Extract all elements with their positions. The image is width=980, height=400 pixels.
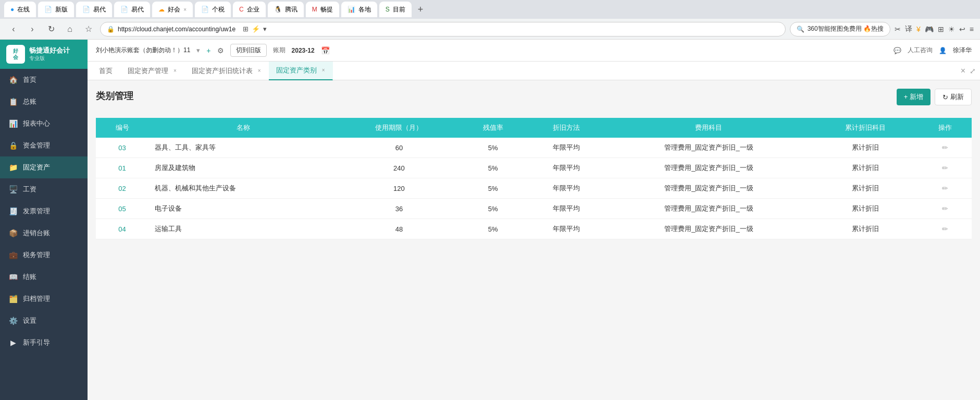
cell-action-4[interactable]: ✏ [919,219,972,239]
boost-icon[interactable]: ⚡ [252,25,260,33]
home-button[interactable]: ⌂ [63,22,77,37]
cell-code-3[interactable]: 05 [96,199,148,219]
sidebar-item-tax[interactable]: 💼 税务管理 [0,244,88,266]
sidebar-item-fund[interactable]: 🔒 资金管理 [0,135,88,156]
sidebar-item-zhangzhang-label: 总账 [23,97,36,106]
translate-icon[interactable]: 译 [905,25,912,34]
tab-home[interactable]: 首页 [92,62,120,80]
tab-asset-category[interactable]: 固定资产类别 × [269,62,333,80]
tab-asset-category-label: 固定资产类别 [276,66,317,75]
username-display[interactable]: 徐泽华 [953,46,972,55]
browser-tab-qiye[interactable]: C 企业 [233,2,266,17]
menu-icon[interactable]: ≡ [970,25,974,33]
browser-tab-xinban[interactable]: 📄 新版 [38,2,74,17]
edit-icon-2[interactable]: ✏ [942,184,948,192]
game-icon[interactable]: 🎮 [925,25,934,33]
fund-icon: 🔒 [8,141,18,150]
edit-icon-4[interactable]: ✏ [942,225,948,233]
table-row: 03 器具、工具、家具等 60 5% 年限平均 管理费用_固定资产折旧_一级 累… [96,138,972,158]
tab-depreciation-table-close[interactable]: × [258,68,261,74]
cell-code-0[interactable]: 03 [96,138,148,158]
search-icon: 🔍 [797,26,804,33]
cut-icon[interactable]: ✂ [895,25,901,33]
sidebar-item-report-label: 报表中心 [23,119,50,128]
browser-tab-changte[interactable]: M 畅提 [306,2,339,17]
table-row: 01 房屋及建筑物 240 5% 年限平均 管理费用_固定资产折旧_一级 累计折… [96,158,972,178]
cell-name-4: 运输工具 [148,219,338,239]
cell-code-1[interactable]: 01 [96,158,148,178]
sidebar-item-settings[interactable]: ⚙️ 设置 [0,310,88,332]
sidebar-item-zhangzhang[interactable]: 📋 总账 [0,91,88,113]
cell-action-3[interactable]: ✏ [919,199,972,219]
browser-tab-yidai1[interactable]: 📄 易代 [76,2,112,17]
tab-fixed-asset-mgmt[interactable]: 固定资产管理 × [120,62,184,80]
sidebar-item-report[interactable]: 📊 报表中心 [0,113,88,135]
edit-icon-0[interactable]: ✏ [942,143,948,152]
browser-tab-zaixian[interactable]: ● 在线 [4,2,36,17]
maximize-icon[interactable]: ⤢ [970,67,976,75]
settings-gear-icon[interactable]: ⚙ [217,46,224,55]
cell-code-4[interactable]: 04 [96,219,148,239]
add-account-btn[interactable]: + [206,46,210,55]
sidebar-item-home-label: 首页 [23,75,36,84]
bookmark-button[interactable]: ☆ [81,22,96,37]
sidebar-item-invoice-label: 发票管理 [23,207,50,216]
sidebar-item-guide[interactable]: ▶ 新手引导 [0,332,88,354]
url-text: https://cloud.chanjet.com/accounting/uw1… [118,26,235,33]
browser-tab-yidai2[interactable]: 📄 易代 [114,2,150,17]
sidebar-item-tax-label: 税务管理 [23,250,50,260]
sidebar-item-salary[interactable]: 🖥️ 工资 [0,178,88,200]
forward-button[interactable]: › [25,22,40,37]
sidebar-item-archive[interactable]: 🗂️ 归档管理 [0,288,88,310]
tab-depreciation-table[interactable]: 固定资产折旧统计表 × [184,62,269,80]
switch-to-old-btn[interactable]: 切到旧版 [230,44,267,57]
edit-icon-3[interactable]: ✏ [942,204,948,213]
browser-tab-close[interactable]: × [183,7,187,13]
cell-action-2[interactable]: ✏ [919,178,972,199]
browser-tab-haohui[interactable]: ☁ 好会 × [152,2,193,17]
tab-fixed-asset-mgmt-label: 固定资产管理 [128,66,168,76]
sidebar-item-invoice[interactable]: 🧾 发票管理 [0,200,88,222]
sidebar-item-purchase[interactable]: 📦 进销台账 [0,222,88,244]
coin-icon[interactable]: ¥ [916,25,921,33]
calendar-icon[interactable]: 📅 [321,46,330,55]
dropdown-arrow[interactable]: ▾ [196,46,200,54]
browser-tab-gedi[interactable]: 📊 各地 [341,2,377,17]
browser-tab-muqian[interactable]: S 目前 [379,2,412,17]
table-header-row: 编号 名称 使用期限（月） 残值率 折旧方法 费用科目 累计折旧科目 操作 [96,118,972,138]
sidebar-item-home[interactable]: 🏠 首页 [0,69,88,91]
site-settings-icon[interactable]: ⊞ [243,25,249,33]
address-bar[interactable]: 🔒 https://cloud.chanjet.com/accounting/u… [100,22,786,37]
reload-button[interactable]: ↻ [44,22,58,37]
tab-fixed-asset-mgmt-close[interactable]: × [173,68,177,74]
sun-icon[interactable]: ☀ [948,25,955,33]
sidebar-item-archive-label: 归档管理 [23,294,50,304]
sidebar-item-settle-label: 结账 [23,272,36,282]
close-all-tabs-icon[interactable]: × [961,66,965,76]
new-tab-btn[interactable]: + [418,4,424,15]
report-icon: 📊 [8,119,18,128]
browser-tab-tengxun[interactable]: 🐧 腾讯 [268,2,304,17]
dropdown-icon[interactable]: ▾ [263,25,267,33]
sidebar-item-fixed-assets[interactable]: 📁 固定资产 [0,156,88,178]
title-actions-row: 类别管理 + 新增 ↻ 刷新 [96,89,972,112]
sidebar-item-settle[interactable]: 📖 结账 [0,266,88,288]
refresh-button[interactable]: ↻ 刷新 [935,89,972,105]
archive-icon: 🗂️ [8,294,18,304]
cell-code-2[interactable]: 02 [96,178,148,199]
add-category-button[interactable]: + 新增 [897,89,931,105]
cell-action-1[interactable]: ✏ [919,158,972,178]
browser-tab-geshui[interactable]: 📄 个税 [195,2,231,17]
grid-icon[interactable]: ⊞ [938,25,944,33]
cell-action-0[interactable]: ✏ [919,138,972,158]
cell-name-2: 机器、机械和其他生产设备 [148,178,338,199]
tab-asset-category-close[interactable]: × [322,67,325,73]
back-button[interactable]: ‹ [6,22,21,37]
cell-method-2: 年限平均 [526,178,606,199]
edit-icon-1[interactable]: ✏ [942,164,948,172]
undo-icon[interactable]: ↩ [959,25,965,33]
search-bar[interactable]: 🔍 360智能抠图免费用 🔥热搜 [790,22,890,37]
ai-service-label[interactable]: 人工咨询 [908,46,933,55]
cell-accumulated-0: 累计折旧 [811,138,919,158]
tab-depreciation-table-label: 固定资产折旧统计表 [192,66,253,76]
